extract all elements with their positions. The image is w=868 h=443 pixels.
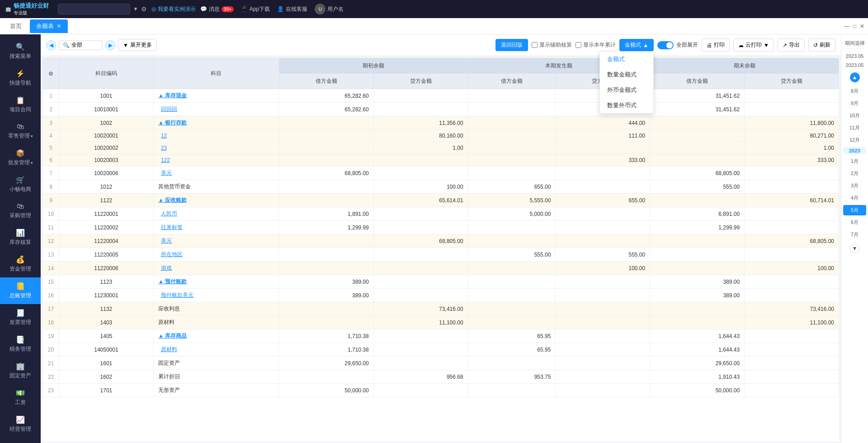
close-btn[interactable]: ✕ (860, 23, 864, 29)
amount-style-dropdown[interactable]: 金额式 ▲ 金额式 数量金额式 外币金额式 数量外币式 (619, 39, 654, 51)
sidebar-item-general-ledger[interactable]: 📒 总账管理 (0, 277, 41, 304)
account-name[interactable]: 往来标签 (153, 221, 279, 234)
account-name[interactable]: ▲ 银行存款 (153, 116, 279, 130)
show-auxiliary-label[interactable]: 显示辅助核算 (532, 41, 572, 49)
table-settings-icon[interactable]: ⚙ (48, 71, 53, 77)
show-annual-label[interactable]: 显示本年累计 (576, 41, 616, 49)
month-10[interactable]: 10月 (843, 110, 866, 121)
tab-bar: 首页 余额表 ✕ — □ ✕ (0, 18, 868, 34)
print-btn[interactable]: 🖨 打印 (702, 38, 730, 52)
month-2[interactable]: 2月 (843, 168, 866, 179)
settings-col[interactable]: ⚙ (43, 58, 59, 89)
amount-style-btn[interactable]: 金额式 ▲ (619, 39, 654, 51)
end-date: 2023.05 (845, 62, 865, 69)
show-annual-checkbox[interactable] (576, 42, 581, 48)
purchase-icon: 🛍 (17, 202, 24, 210)
app-download-btn[interactable]: 📱 App下载 (241, 5, 270, 13)
sidebar-operations-label: 经营管理 (9, 425, 31, 433)
account-name[interactable]: 游戏 (153, 262, 279, 275)
nav-prev-btn[interactable]: ◀ (46, 40, 56, 50)
cloud-print-btn[interactable]: ☁ 云打印 ▼ (733, 38, 774, 52)
account-name[interactable]: 所在地区 (153, 248, 279, 262)
account-name[interactable]: 122 (153, 154, 279, 167)
dropdown-quantity-foreign[interactable]: 数量外币式 (600, 98, 653, 113)
scroll-up-btn[interactable]: ▲ (850, 72, 860, 82)
sidebar-item-tax[interactable]: 📑 税务管理 (0, 331, 41, 357)
account-name[interactable]: ▲ 应收账款 (153, 194, 279, 207)
show-auxiliary-checkbox[interactable] (532, 42, 538, 48)
account-name[interactable]: 原材料 (153, 316, 279, 329)
sidebar-item-retail[interactable]: 🛍 零售管理 ▾ (0, 118, 41, 144)
sidebar-item-fixed-assets[interactable]: 🏢 固定资产 (0, 357, 41, 384)
dropdown-foreign-amount[interactable]: 外币金额式 (600, 82, 653, 98)
nav-next-btn[interactable]: ▶ (105, 40, 115, 50)
dropdown-quantity-amount[interactable]: 数量金额式 (600, 67, 653, 82)
sidebar-item-operations[interactable]: 📈 经营管理 (0, 411, 41, 438)
account-name[interactable]: 原材料 (153, 343, 279, 357)
expand-more-btn[interactable]: ▼ 展开更多 (118, 39, 157, 51)
quick-nav-icon: ⚡ (16, 69, 25, 78)
month-11[interactable]: 11月 (843, 123, 866, 133)
account-name[interactable]: 预付账款美元 (153, 289, 279, 302)
month-8[interactable]: 8月 (843, 86, 866, 96)
return-old-btn[interactable]: 退回旧版 (495, 39, 528, 51)
month-5[interactable]: 5月 (843, 205, 866, 215)
month-7[interactable]: 7月 (843, 229, 866, 240)
search-input[interactable] (71, 42, 99, 48)
minimize-btn[interactable]: — (844, 23, 849, 29)
settings-icon[interactable]: ⚙ (141, 5, 147, 13)
online-service-btn[interactable]: 👤 在线客服 (277, 5, 307, 13)
account-name[interactable]: ▲ 库存商品 (153, 329, 279, 343)
month-9[interactable]: 9月 (843, 98, 866, 109)
scroll-down-btn[interactable]: ▼ (850, 243, 860, 253)
sidebar-item-search[interactable]: 🔍 搜索菜单 (0, 38, 41, 65)
expand-all-toggle[interactable]: 全部展开 (657, 41, 698, 49)
account-name[interactable]: 美元 (153, 167, 279, 180)
month-12[interactable]: 12月 (843, 135, 866, 145)
sidebar-item-wholesale[interactable]: 📦 批发管理 ▾ (0, 144, 41, 171)
export-btn[interactable]: ↗ 导出 (778, 38, 805, 52)
sidebar-item-project[interactable]: 📋 项目合同 (0, 91, 41, 118)
account-name[interactable]: 人民币 (153, 207, 279, 221)
account-name[interactable]: 23 (153, 142, 279, 154)
demo-link[interactable]: ◎ 我要看实例演示 (151, 5, 196, 13)
account-name[interactable]: 其他货币资金 (153, 180, 279, 194)
row-num: 23 (43, 384, 59, 397)
account-name[interactable]: 回回回 (153, 103, 279, 116)
account-name[interactable]: 累计折旧 (153, 370, 279, 384)
account-name[interactable]: 美元 (153, 234, 279, 248)
tab-close-balance[interactable]: ✕ (57, 23, 61, 29)
month-3[interactable]: 3月 (843, 181, 866, 191)
sidebar-item-purchase[interactable]: 🛍 采购管理 (0, 198, 41, 224)
tab-balance[interactable]: 余额表 ✕ (30, 19, 68, 33)
sidebar-item-finance[interactable]: 💰 资金管理 (0, 251, 41, 277)
sidebar-item-invoice[interactable]: 🧾 发票管理 (0, 304, 41, 331)
sidebar-item-sales[interactable]: 💳 小畅报销 (0, 438, 41, 443)
toolbar: ◀ 🔍 ▶ ▼ 展开更多 退回旧版 显示辅助核算 (41, 34, 841, 56)
payroll-icon: 💵 (16, 389, 25, 397)
account-name[interactable]: ▲ 预付账款 (153, 275, 279, 289)
message-btn[interactable]: 💬 消息 99+ (200, 5, 234, 13)
tab-home[interactable]: 首页 (4, 19, 28, 33)
account-name[interactable]: 无形资产 (153, 384, 279, 397)
account-name[interactable]: 12 (153, 130, 279, 142)
sidebar-item-ecommerce[interactable]: 🛒 小畅电商 (0, 171, 41, 198)
dropdown-arrow[interactable]: ▼ (133, 6, 138, 12)
sidebar-item-inventory[interactable]: 📊 库存核算 (0, 224, 41, 251)
user-avatar[interactable]: U 用户名 (315, 4, 344, 14)
app-name: 畅捷通好业财 (14, 2, 49, 10)
month-6[interactable]: 6月 (843, 217, 866, 228)
account-name[interactable]: 应收利息 (153, 302, 279, 316)
expand-all-switch[interactable] (657, 41, 674, 49)
cb-credit-header: 贷方金额 (745, 74, 839, 89)
sidebar-item-quick-nav[interactable]: ⚡ 快捷导航 (0, 65, 41, 91)
ob-credit (373, 248, 468, 262)
refresh-btn[interactable]: ↺ 刷新 (808, 38, 835, 52)
account-name[interactable]: ▲ 库存现金 (153, 89, 279, 103)
maximize-btn[interactable]: □ (853, 23, 856, 29)
sidebar-item-payroll[interactable]: 💵 工资 (0, 384, 41, 411)
dropdown-amount[interactable]: 金额式 (600, 52, 653, 67)
month-1[interactable]: 1月 (843, 156, 866, 167)
account-name[interactable]: 固定资产 (153, 357, 279, 370)
month-4[interactable]: 4月 (843, 193, 866, 203)
